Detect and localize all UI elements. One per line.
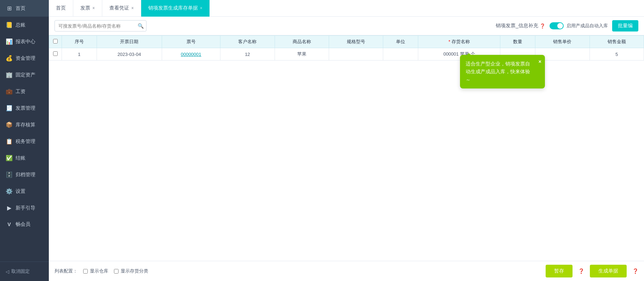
cancel-fix-icon: ◁ [6, 269, 9, 274]
td-spec [329, 48, 383, 61]
toggle-label: 启用产成品自动入库 [567, 23, 608, 29]
sidebar-item-member[interactable]: V 畅会员 [0, 216, 49, 233]
invoice-icon: 🧾 [6, 105, 13, 111]
tab-voucher[interactable]: 查看凭证 × [102, 0, 141, 17]
tooltip-close-button[interactable]: × [539, 58, 541, 65]
tab-invoice[interactable]: 发票 × [73, 0, 102, 17]
th-customer: 客户名称 [220, 36, 275, 48]
funds-icon: 💰 [6, 55, 13, 62]
content-area: 🔍 销项发票_信息补充 ❓ 启用产成品自动入库 批量编 [49, 17, 644, 281]
sidebar-item-salary[interactable]: 💼 工资 [0, 83, 49, 100]
td-date: 2023-03-04 [97, 48, 162, 61]
sidebar-item-archive[interactable]: 🗄️ 归档管理 [0, 166, 49, 183]
sidebar-item-label: 资金管理 [16, 55, 35, 62]
td-goods: 苹果 [275, 48, 329, 61]
sidebar-item-label: 报表中心 [16, 39, 35, 45]
main-table: 序号 开票日期 票号 客户名称 商品名称 规格型号 单位 存货名称 数量 销售单… [49, 35, 644, 61]
show-category-checkbox[interactable] [114, 269, 119, 274]
generate-hint-icon[interactable]: ❓ [632, 268, 638, 274]
sidebar-item-label: 新手引导 [16, 205, 35, 211]
sidebar-item-label: 总账 [16, 22, 25, 28]
sidebar-item-label: 首页 [16, 5, 25, 12]
sidebar-item-label: 设置 [16, 188, 25, 195]
th-unit: 单位 [383, 36, 418, 48]
th-spec: 规格型号 [329, 36, 383, 48]
show-category-text: 显示存货分类 [121, 268, 148, 274]
toolbar: 🔍 销项发票_信息补充 ❓ 启用产成品自动入库 批量编 [49, 17, 644, 35]
search-wrapper: 🔍 [54, 20, 146, 31]
sidebar-item-reports[interactable]: 📊 报表中心 [0, 33, 49, 50]
tab-home[interactable]: 首页 [49, 0, 73, 17]
sidebar-item-ledger[interactable]: 📒 总账 [0, 17, 49, 33]
row-checkbox[interactable] [53, 51, 58, 56]
tab-home-label: 首页 [56, 5, 66, 11]
ledger-icon: 📒 [6, 22, 13, 28]
batch-button[interactable]: 批量编 [612, 20, 638, 31]
td-amount: 5 [590, 48, 644, 61]
auto-instock-toggle[interactable] [550, 22, 564, 29]
td-seq: 1 [62, 48, 97, 61]
td-ticket-no[interactable]: 00000001 [162, 48, 220, 61]
select-all-checkbox[interactable] [53, 39, 58, 44]
sidebar-item-label: 固定资产 [16, 72, 35, 78]
tooltip-popup: × 适合生产型企业，销项发票自动生成产成品入库，快来体验～ [460, 55, 545, 88]
save-button[interactable]: 暂存 [546, 265, 573, 277]
info-label: 销项发票_信息补充 ❓ [496, 23, 545, 29]
tab-bar: 首页 发票 × 查看凭证 × 销项发票生成库存单据 × [49, 0, 644, 17]
save-hint-icon[interactable]: ❓ [578, 268, 584, 274]
generate-button[interactable]: 生成单据 [590, 265, 627, 277]
sidebar-item-tax[interactable]: 📋 税务管理 [0, 133, 49, 150]
reports-icon: 📊 [6, 38, 13, 45]
tax-icon: 📋 [6, 138, 13, 145]
search-input[interactable] [54, 20, 146, 31]
config-label: 列表配置： [54, 268, 77, 274]
th-ticket-no: 票号 [162, 36, 220, 48]
sidebar-item-funds[interactable]: 💰 资金管理 [0, 50, 49, 67]
cancel-fix-button[interactable]: ◁ 取消固定 [0, 265, 49, 278]
show-category-label[interactable]: 显示存货分类 [114, 268, 148, 274]
sidebar-bottom: ◁ 取消固定 [0, 262, 49, 281]
salary-icon: 💼 [6, 88, 13, 95]
show-warehouse-label[interactable]: 显示仓库 [83, 268, 108, 274]
guide-icon: ▶ [6, 205, 13, 211]
tab-voucher-close[interactable]: × [131, 6, 134, 11]
sidebar-item-label: 工资 [16, 88, 25, 95]
td-unit [383, 48, 418, 61]
tab-invoice-label: 发票 [80, 5, 90, 11]
search-icon: 🔍 [138, 23, 144, 29]
ticket-no-link[interactable]: 00000001 [181, 52, 201, 57]
sidebar-item-settings[interactable]: ⚙️ 设置 [0, 183, 49, 200]
th-unit-price: 销售单价 [535, 36, 590, 48]
show-warehouse-text: 显示仓库 [90, 268, 108, 274]
th-inventory: 存货名称 [418, 36, 500, 48]
sidebar-item-label: 结账 [16, 155, 25, 161]
tab-invoice-close[interactable]: × [92, 6, 95, 11]
sidebar-item-assets[interactable]: 🏢 固定资产 [0, 67, 49, 83]
member-icon: V [6, 222, 13, 227]
tab-stock-label: 销项发票生成库存单据 [148, 5, 198, 11]
td-customer: 12 [220, 48, 275, 61]
sidebar-item-guide[interactable]: ▶ 新手引导 [0, 200, 49, 216]
info-icon[interactable]: ❓ [540, 23, 545, 29]
main-area: 首页 发票 × 查看凭证 × 销项发票生成库存单据 × 🔍 销项发票_信息补充 … [49, 0, 644, 281]
sidebar-item-invoice[interactable]: 🧾 发票管理 [0, 100, 49, 116]
tab-stock[interactable]: 销项发票生成库存单据 × [141, 0, 210, 17]
tooltip-text: 适合生产型企业，销项发票自动生成产成品入库，快来体验～ [466, 60, 539, 84]
sidebar-item-label: 税务管理 [16, 138, 35, 145]
sidebar-item-inventory[interactable]: 📦 库存核算 [0, 116, 49, 133]
info-label-text: 销项发票_信息补充 [496, 23, 538, 29]
td-checkbox [49, 48, 62, 61]
settings-icon: ⚙️ [6, 188, 13, 195]
sidebar-item-settle[interactable]: ✅ 结账 [0, 150, 49, 166]
th-checkbox [49, 36, 62, 48]
tab-stock-close[interactable]: × [200, 6, 202, 11]
sidebar-item-label: 畅会员 [16, 221, 30, 228]
cancel-fix-label: 取消固定 [11, 268, 30, 275]
sidebar-item-label: 发票管理 [16, 105, 35, 111]
th-qty: 数量 [500, 36, 535, 48]
assets-icon: 🏢 [6, 71, 13, 78]
th-date: 开票日期 [97, 36, 162, 48]
table-header-row: 序号 开票日期 票号 客户名称 商品名称 规格型号 单位 存货名称 数量 销售单… [49, 36, 644, 48]
sidebar-item-home[interactable]: ⊞ 首页 [0, 0, 49, 17]
show-warehouse-checkbox[interactable] [83, 269, 88, 274]
